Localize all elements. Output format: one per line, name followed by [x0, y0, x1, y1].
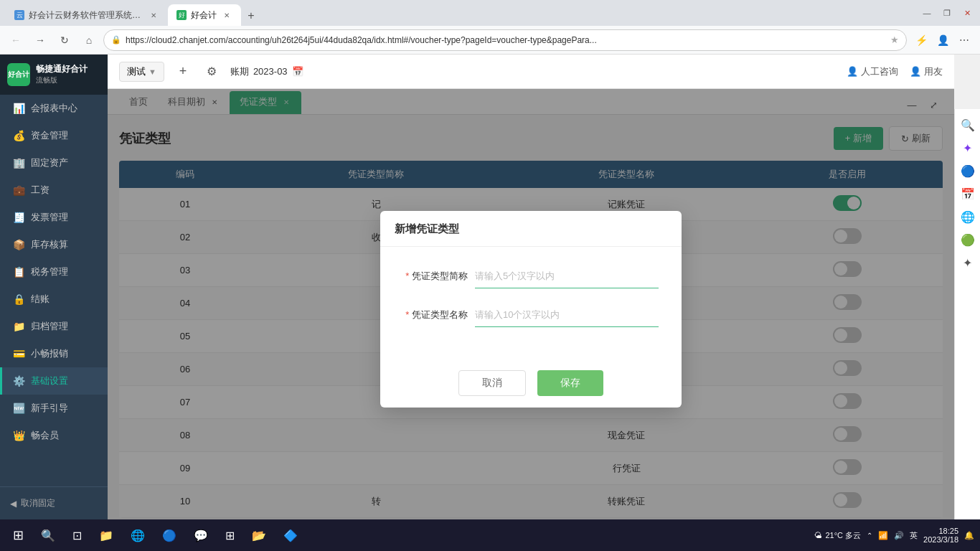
sidebar-teams-icon[interactable]: 🟢: [958, 230, 978, 250]
sidebar-item-inventory[interactable]: 📦 库存核算: [0, 231, 108, 258]
form-row-abbr: * 凭证类型简称: [403, 264, 659, 288]
company-settings-button[interactable]: ⚙: [202, 62, 222, 82]
refresh-button[interactable]: ↻: [55, 30, 75, 50]
taskbar-wechat[interactable]: 💬: [187, 522, 215, 548]
sidebar-office-icon[interactable]: 🌐: [958, 207, 978, 227]
tab-title-2: 好会计: [191, 9, 217, 22]
taskview-icon: ⊡: [72, 529, 82, 542]
sidebar-label-settings: 基础设置: [31, 375, 68, 387]
sidebar-label-closing: 结账: [31, 293, 50, 306]
tab-close-2[interactable]: ✕: [221, 9, 232, 21]
closing-icon: 🔒: [12, 293, 25, 306]
sidebar-item-closing[interactable]: 🔒 结账: [0, 286, 108, 313]
name-required-mark: *: [405, 309, 409, 320]
sidebar-menu: 📊 会报表中心 💰 资金管理 🏢 固定资产 💼 工资: [0, 95, 108, 486]
browser-menu-button[interactable]: ⋯: [954, 30, 974, 50]
sidebar-item-guide[interactable]: 🆕 新手引导: [0, 395, 108, 422]
browser-tab-1[interactable]: 云 好会计云财务软件管理系统_会计 ✕: [6, 4, 168, 26]
sidebar-item-settings[interactable]: ⚙️ 基础设置: [0, 367, 108, 395]
cancel-button[interactable]: 取消: [458, 370, 526, 396]
guide-icon: 🆕: [12, 402, 25, 415]
sidebar-label-assets: 固定资产: [31, 156, 68, 169]
sidebar-item-tax[interactable]: 📋 税务管理: [0, 258, 108, 286]
taskbar-taskview[interactable]: ⊡: [65, 522, 89, 548]
abbr-input[interactable]: [475, 264, 659, 288]
dashboard-icon: 📊: [12, 102, 25, 115]
sidebar-copilot-icon[interactable]: ✦: [958, 138, 978, 158]
taskbar-apps[interactable]: ⊞: [218, 522, 242, 548]
sidebar-outlook-icon[interactable]: 📅: [958, 184, 978, 204]
taskbar-chevron-up-icon[interactable]: ⌃: [867, 532, 872, 540]
taskbar-clock[interactable]: 18:25 2023/3/18: [923, 527, 958, 544]
sidebar-label-funds: 资金管理: [31, 129, 68, 142]
calendar-icon: 📅: [292, 66, 303, 77]
company-selector[interactable]: 测试 ▼: [119, 62, 164, 82]
language-indicator[interactable]: 英: [910, 530, 918, 541]
sidebar-item-archive[interactable]: 📁 归档管理: [0, 313, 108, 340]
sidebar-label-tax: 税务管理: [31, 265, 68, 278]
start-button[interactable]: ⊞: [6, 522, 31, 548]
invoice-icon: 🧾: [12, 211, 25, 224]
consult-button[interactable]: 👤 人工咨询: [847, 65, 898, 78]
sidebar-item-salary[interactable]: 💼 工资: [0, 176, 108, 204]
back-button[interactable]: ←: [6, 30, 26, 50]
sidebar-item-dashboard[interactable]: 📊 会报表中心: [0, 95, 108, 122]
sidebar-item-funds[interactable]: 💰 资金管理: [0, 122, 108, 149]
notification-icon[interactable]: 🔔: [964, 531, 974, 540]
unpin-label: 取消固定: [21, 497, 55, 509]
tax-icon: 📋: [12, 265, 25, 278]
browser-tab-2[interactable]: 好 好会计 ✕: [168, 4, 241, 26]
taskbar-file-explorer[interactable]: 📁: [92, 522, 121, 548]
unpin-button[interactable]: ◀ 取消固定: [10, 493, 98, 514]
taskbar-chrome[interactable]: 🌐: [123, 522, 152, 548]
taskbar-folder[interactable]: 📂: [245, 522, 273, 548]
new-tab-button[interactable]: +: [241, 6, 261, 26]
sidebar-item-assets[interactable]: 🏢 固定资产: [0, 149, 108, 176]
save-button[interactable]: 保存: [537, 370, 603, 396]
close-button[interactable]: ✕: [960, 6, 974, 20]
modal-body: * 凭证类型简称 * 凭证类型名称: [380, 247, 682, 359]
maximize-button[interactable]: ❐: [940, 6, 954, 20]
forward-button[interactable]: →: [30, 30, 50, 50]
chrome-icon: 🌐: [131, 529, 145, 542]
sidebar-bing-icon[interactable]: ✦: [958, 253, 978, 273]
name-input[interactable]: [475, 303, 659, 327]
bookmark-icon[interactable]: ★: [890, 34, 899, 45]
app-header: 测试 ▼ + ⚙ 账期 2023-03 📅 👤 人工咨询: [108, 55, 954, 89]
browser-tabs: 云 好会计云财务软件管理系统_会计 ✕ 好 好会计 ✕ +: [6, 0, 920, 26]
sidebar-search-icon[interactable]: 🔍: [958, 115, 978, 135]
weather-widget[interactable]: 🌤 21°C 多云: [814, 530, 861, 541]
sidebar-footer: ◀ 取消固定: [0, 486, 108, 519]
consult-label: 人工咨询: [861, 65, 898, 78]
company-name: 测试: [127, 65, 146, 78]
funds-icon: 💰: [12, 129, 25, 142]
profile-button[interactable]: 👤: [933, 30, 953, 50]
inventory-icon: 📦: [12, 238, 25, 251]
abbr-label: * 凭证类型简称: [403, 270, 475, 283]
taskbar-edge2[interactable]: 🔷: [276, 522, 305, 548]
apps-icon: ⊞: [225, 529, 235, 542]
sidebar-item-member[interactable]: 👑 畅会员: [0, 422, 108, 449]
window-controls: — ❐ ✕: [920, 6, 974, 20]
user-button[interactable]: 👤 用友: [910, 65, 943, 78]
logo-text: 畅捷通好合计: [36, 64, 88, 75]
tab-close-1[interactable]: ✕: [148, 9, 159, 21]
volume-icon: 🔊: [894, 531, 904, 540]
address-bar[interactable]: 🔒 https://cloud2.chanjet.com/accounting/…: [103, 29, 907, 51]
sidebar-item-expense[interactable]: 💳 小畅报销: [0, 340, 108, 367]
taskbar-search[interactable]: 🔍: [34, 522, 62, 548]
extensions-button[interactable]: ⚡: [911, 30, 931, 50]
sidebar-item-invoice[interactable]: 🧾 发票管理: [0, 204, 108, 231]
expense-icon: 💳: [12, 347, 25, 360]
minimize-button[interactable]: —: [920, 6, 934, 20]
user-label: 用友: [924, 65, 943, 78]
taskbar-edge[interactable]: 🔵: [155, 522, 184, 548]
sidebar-browser-icon[interactable]: 🔵: [958, 161, 978, 181]
user-icon: 👤: [910, 66, 921, 77]
add-company-button[interactable]: +: [173, 62, 193, 82]
home-button[interactable]: ⌂: [79, 30, 99, 50]
tab-title-1: 好会计云财务软件管理系统_会计: [29, 9, 143, 22]
abbr-required-mark: *: [405, 270, 409, 281]
file-explorer-icon: 📁: [99, 529, 113, 542]
browser-toolbar: ← → ↻ ⌂ 🔒 https://cloud2.chanjet.com/acc…: [0, 26, 980, 55]
